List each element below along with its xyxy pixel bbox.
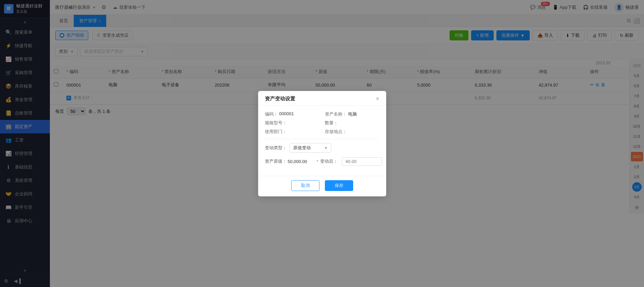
change-type-row: 变动类型： 原值变动 ▼	[265, 143, 379, 153]
dialog-department-field: 使用部门：	[265, 129, 319, 135]
dialog-code-field: 编码： 000001	[265, 111, 319, 117]
dialog-name-field: 资产名称： 电脑	[325, 111, 379, 117]
quantity-label: 数量：	[325, 120, 338, 126]
code-value: 000001	[279, 111, 294, 117]
dialog-spec-field: 规格型号：	[265, 120, 319, 126]
name-label: 资产名称：	[325, 111, 347, 117]
dialog-overlay: 资产变动设置 × 编码： 000001 资产名称： 电脑 规格型号： 数量：	[0, 0, 644, 287]
change-after-input[interactable]	[342, 157, 382, 166]
save-button[interactable]: 保存	[325, 180, 353, 191]
dialog-location-field: 存放地点：	[325, 129, 379, 135]
change-after-label: 变动后：	[320, 158, 340, 164]
change-type-value: 原值变动	[293, 145, 311, 151]
asset-change-dialog: 资产变动设置 × 编码： 000001 资产名称： 电脑 规格型号： 数量：	[258, 91, 386, 196]
change-type-select[interactable]: 原值变动 ▼	[289, 143, 332, 153]
name-value: 电脑	[348, 111, 357, 117]
change-type-label: 变动类型：	[265, 145, 287, 151]
dialog-body: 编码： 000001 资产名称： 电脑 规格型号： 数量： 使用部门：	[258, 106, 386, 176]
dialog-info-grid: 编码： 000001 资产名称： 电脑 规格型号： 数量： 使用部门：	[265, 111, 379, 135]
dialog-header: 资产变动设置 ×	[258, 91, 386, 106]
asset-original-label: 资产原值：	[265, 158, 285, 164]
dialog-footer: 取消 保存	[258, 176, 386, 196]
dialog-quantity-field: 数量：	[325, 120, 379, 126]
location-label: 存放地点：	[325, 129, 347, 135]
dialog-divider	[265, 139, 379, 139]
cancel-button[interactable]: 取消	[291, 180, 319, 191]
spec-label: 规格型号：	[265, 120, 287, 126]
code-label: 编码：	[265, 111, 278, 117]
dialog-title: 资产变动设置	[265, 96, 295, 102]
asset-original-value: 50,000.00	[288, 159, 307, 164]
dialog-close-btn[interactable]: ×	[376, 96, 379, 102]
change-type-arrow-icon: ▼	[324, 146, 328, 150]
asset-original-row: 资产原值： 50,000.00 * 变动后：	[265, 157, 379, 166]
department-label: 使用部门：	[265, 129, 287, 135]
required-marker: *	[316, 159, 318, 164]
